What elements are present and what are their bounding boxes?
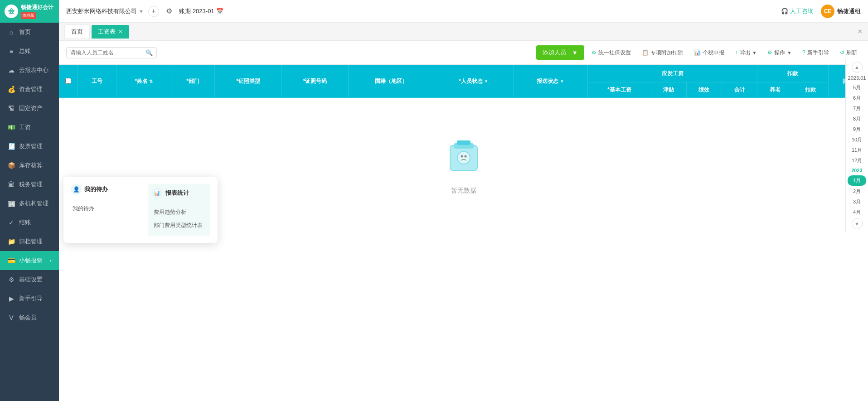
th-deductions: 扣款 [757, 65, 829, 82]
select-all-checkbox[interactable] [65, 78, 71, 84]
sidebar-item-invoice[interactable]: 🧾 发票管理 [0, 137, 59, 156]
search-input[interactable] [70, 49, 143, 56]
name-sort-icon[interactable]: ⇅ [149, 79, 153, 84]
th-emp-no: 工号 [78, 65, 117, 98]
sidebar-item-home[interactable]: ⌂ 首页 [0, 23, 59, 42]
tab-salary-table[interactable]: 工资表 ✕ [92, 25, 129, 39]
th-checkbox[interactable] [59, 65, 78, 98]
person-status-filter-icon[interactable]: ▼ [484, 79, 489, 84]
popup-todo-header: 👤 我的待办 [71, 184, 126, 197]
settings-icon: ⚙ [7, 276, 15, 283]
support-button[interactable]: 🎧 人工咨询 [781, 7, 814, 15]
add-company-button[interactable]: + [148, 6, 159, 17]
new-guide-icon: ? [802, 49, 805, 56]
th-pension: 养老 [757, 82, 793, 98]
sidebar-item-membership[interactable]: V 畅会员 [0, 308, 59, 327]
timeline-month-7[interactable]: 7月 [846, 103, 868, 114]
tabbar: 首页 工资表 ✕ ✕ [59, 23, 868, 41]
timeline-month-2[interactable]: 2月 [846, 186, 868, 197]
svg-point-3 [457, 151, 470, 164]
invoice-icon: 🧾 [7, 143, 15, 150]
sidebar-item-archive[interactable]: 📁 归档管理 [0, 232, 59, 251]
timeline-month-11[interactable]: 11月 [846, 145, 868, 155]
user-menu[interactable]: CE 畅捷通组 [821, 5, 861, 18]
export-action[interactable]: ↑ 导出 ▼ [732, 47, 761, 58]
timeline-header: 2023.01 [848, 73, 866, 82]
sidebar-item-multi-org[interactable]: 🏢 多机构管理 [0, 194, 59, 213]
sidebar-item-salary[interactable]: 💵 工资 [0, 118, 59, 137]
th-deduct-other: 扣款 [793, 82, 828, 98]
cloud-icon: ☁ [7, 67, 15, 74]
th-nationality: 国籍（地区） [349, 65, 434, 98]
sidebar-item-fund[interactable]: 💰 资金管理 [0, 80, 59, 99]
th-dept: *部门 [171, 65, 215, 98]
th-person-status: *人员状态 ▼ [434, 65, 513, 98]
sidebar-item-settlement[interactable]: ✓ 结账 [0, 213, 59, 232]
sidebar: 会 畅捷通好会计 旗舰版 ⌂ 首页 ≡ 总账 ☁ 云报表中心 💰 资金管理 🏗 … [0, 0, 59, 401]
sidebar-item-guide[interactable]: ▶ 新手引导 [0, 289, 59, 308]
report-item-0[interactable]: 费用趋势分析 [152, 206, 207, 219]
timeline-down-button[interactable]: ▼ [852, 218, 863, 229]
add-person-dropdown-icon[interactable]: ▼ [569, 49, 578, 56]
special-deduction-action[interactable]: 📋 专项附加扣除 [638, 47, 687, 58]
assets-icon: 🏗 [7, 105, 15, 112]
search-box[interactable]: 🔍 [66, 47, 157, 58]
refresh-action[interactable]: ↺ 刷新 [836, 47, 861, 58]
toolbar-right: 添加人员 ▼ ⚙ 统一社保设置 📋 专项附加扣除 📊 个税申报 ↑ 导出 [536, 45, 861, 60]
timeline-month-10[interactable]: 10月 [846, 135, 868, 145]
timeline-month-6[interactable]: 6月 [846, 93, 868, 103]
main-area: 西安虾米网络科技有限公司 ▼ + ⚙ 账期 2023-01 📅 🎧 人工咨询 C… [59, 0, 868, 401]
sidebar-item-tax[interactable]: 🏛 税务管理 [0, 175, 59, 194]
th-performance: 绩效 [686, 82, 722, 98]
tab-close-all[interactable]: ✕ [858, 28, 863, 35]
report-item-1[interactable]: 部门费用类型统计表 [152, 219, 207, 232]
sidebar-item-ledger[interactable]: ≡ 总账 [0, 42, 59, 61]
topbar-right: 🎧 人工咨询 CE 畅捷通组 [781, 5, 861, 18]
todo-icon: 👤 [71, 184, 82, 195]
personal-tax-action[interactable]: 📊 个税申报 [690, 47, 728, 58]
settlement-icon: ✓ [7, 219, 15, 226]
timeline-month-12[interactable]: 12月 [846, 155, 868, 166]
sidebar-item-expense[interactable]: 💳 小畅报销 ‹ [0, 251, 59, 270]
tab-close-button[interactable]: ✕ [118, 29, 123, 35]
popup-section: 👤 我的待办 我的待办 📊 报表统计 费用趋势分析 部门费用类型统计表 [71, 184, 210, 236]
topbar: 西安虾米网络科技有限公司 ▼ + ⚙ 账期 2023-01 📅 🎧 人工咨询 C… [59, 0, 868, 23]
todo-item-0[interactable]: 我的待办 [71, 202, 126, 215]
ledger-icon: ≡ [7, 48, 15, 55]
sidebar-item-cloud-report[interactable]: ☁ 云报表中心 [0, 61, 59, 80]
timeline-up-button[interactable]: ▲ [852, 62, 863, 72]
timeline-month-9[interactable]: 9月 [846, 124, 868, 135]
timeline-month-1[interactable]: 1月 [848, 175, 866, 186]
popup-col-report: 📊 报表统计 费用趋势分析 部门费用类型统计表 [148, 184, 211, 236]
add-person-button[interactable]: 添加人员 ▼ [536, 45, 584, 60]
th-total: 合计 [722, 82, 757, 98]
report-icon: 📊 [152, 188, 163, 198]
new-guide-action[interactable]: ? 新手引导 [799, 47, 833, 58]
expense-dropdown-popup: 👤 我的待办 我的待办 📊 报表统计 费用趋势分析 部门费用类型统计表 [63, 177, 218, 243]
sidebar-item-inventory[interactable]: 📦 库存核算 [0, 156, 59, 175]
fund-icon: 💰 [7, 86, 15, 93]
company-settings-button[interactable]: ⚙ [164, 6, 175, 17]
timeline-year-2023: 2023 [851, 166, 862, 175]
timeline-month-3[interactable]: 3月 [846, 197, 868, 207]
salary-table: 工号 *姓名 ⇅ *部门 [59, 65, 868, 98]
timeline-month-5[interactable]: 5月 [846, 82, 868, 93]
avatar: CE [821, 5, 834, 18]
sidebar-item-basic-settings[interactable]: ⚙ 基础设置 [0, 270, 59, 289]
timeline-month-4[interactable]: 4月 [846, 207, 868, 217]
period-selector[interactable]: 账期 2023-01 📅 [179, 7, 223, 15]
calendar-icon: 📅 [216, 8, 223, 14]
report-status-filter-icon[interactable]: ▼ [560, 79, 564, 84]
refresh-icon: ↺ [840, 49, 844, 56]
operations-action[interactable]: ⚙ 操作 ▼ [764, 47, 795, 58]
company-selector[interactable]: 西安虾米网络科技有限公司 ▼ [66, 7, 144, 15]
th-base-salary: *基本工资 [588, 82, 651, 98]
expense-icon: 💳 [7, 257, 15, 264]
tab-home[interactable]: 首页 [64, 24, 90, 39]
timeline: ▲ 2023.01 5月 6月 7月 8月 9月 10月 11月 12月 202… [845, 59, 868, 232]
social-security-action[interactable]: ⚙ 统一社保设置 [588, 47, 635, 58]
search-icon: 🔍 [145, 49, 153, 56]
timeline-month-8[interactable]: 8月 [846, 114, 868, 124]
tax-icon: 🏛 [7, 181, 15, 188]
sidebar-item-fixed-assets[interactable]: 🏗 固定资产 [0, 99, 59, 118]
